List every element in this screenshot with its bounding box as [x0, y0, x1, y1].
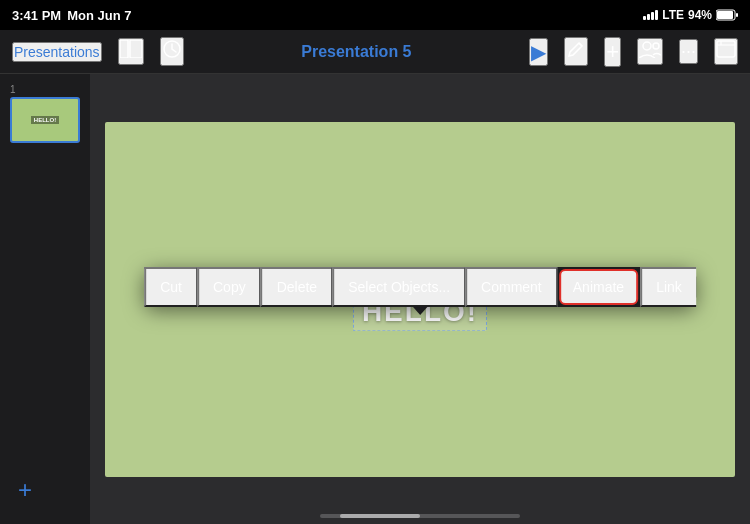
status-right: LTE 94% — [643, 8, 738, 22]
play-button[interactable]: ▶ — [529, 38, 548, 66]
pen-button[interactable] — [564, 37, 588, 66]
signal-bar-2 — [647, 14, 650, 20]
canvas-area[interactable]: HELLO! Cut Copy Delete Select Objects...… — [90, 74, 750, 524]
signal-bar-1 — [643, 16, 646, 20]
slide-number: 1 — [10, 84, 80, 95]
add-button[interactable]: + — [604, 37, 621, 67]
svg-rect-8 — [717, 41, 735, 57]
history-icon — [162, 39, 182, 59]
battery-icon — [716, 9, 738, 21]
context-menu: Cut Copy Delete Select Objects... Commen… — [144, 267, 696, 307]
signal-bar-3 — [651, 12, 654, 20]
fullscreen-button[interactable] — [714, 38, 738, 65]
slide-panel: 1 HELLO! + — [0, 74, 90, 524]
comment-button[interactable]: Comment — [465, 267, 557, 307]
svg-rect-2 — [736, 13, 738, 17]
battery: 94% — [688, 8, 712, 22]
toolbar-left: Presentations — [12, 37, 184, 66]
animate-button[interactable]: Animate — [559, 269, 638, 305]
date: Mon Jun 7 — [67, 8, 131, 23]
back-button[interactable]: Presentations — [12, 42, 102, 62]
svg-point-6 — [643, 42, 651, 50]
cut-button[interactable]: Cut — [144, 267, 197, 307]
toolbar-title: Presentation 5 — [301, 43, 411, 61]
add-slide-button[interactable]: + — [18, 476, 32, 504]
collaborate-icon — [639, 40, 661, 58]
fullscreen-icon — [716, 40, 736, 58]
slide-thumb-text: HELLO! — [31, 116, 59, 124]
presentation-title: Presentation 5 — [301, 43, 411, 60]
svg-rect-1 — [717, 11, 733, 19]
more-button[interactable]: ··· — [679, 39, 698, 64]
link-button[interactable]: Link — [640, 267, 696, 307]
navigator-button[interactable] — [118, 38, 144, 65]
delete-button[interactable]: Delete — [261, 267, 332, 307]
select-objects-button[interactable]: Select Objects... — [332, 267, 465, 307]
toolbar: Presentations Presentation 5 ▶ + — [0, 30, 750, 74]
pen-icon — [566, 39, 586, 59]
main-area: 1 HELLO! + HELLO! Cut Copy Delete Select… — [0, 74, 750, 524]
slide-canvas[interactable]: HELLO! Cut Copy Delete Select Objects...… — [105, 122, 735, 477]
navigator-icon — [120, 40, 142, 58]
signal-bar-4 — [655, 10, 658, 20]
slide-thumb-1-wrapper[interactable]: 1 HELLO! — [10, 84, 80, 143]
signal-label: LTE — [662, 8, 684, 22]
signal-bars — [643, 10, 658, 20]
status-left: 3:41 PM Mon Jun 7 — [12, 8, 131, 23]
history-button[interactable] — [160, 37, 184, 66]
scroll-indicator[interactable] — [320, 514, 520, 518]
collaborate-button[interactable] — [637, 38, 663, 65]
svg-rect-4 — [130, 40, 142, 58]
time: 3:41 PM — [12, 8, 61, 23]
copy-button[interactable]: Copy — [197, 267, 261, 307]
status-bar: 3:41 PM Mon Jun 7 LTE 94% — [0, 0, 750, 30]
scroll-thumb — [340, 514, 420, 518]
svg-point-7 — [653, 43, 659, 49]
toolbar-right: ▶ + ··· — [529, 37, 738, 67]
svg-rect-3 — [120, 40, 128, 58]
sidebar-bottom: + — [18, 476, 32, 504]
slide-thumbnail[interactable]: HELLO! — [10, 97, 80, 143]
